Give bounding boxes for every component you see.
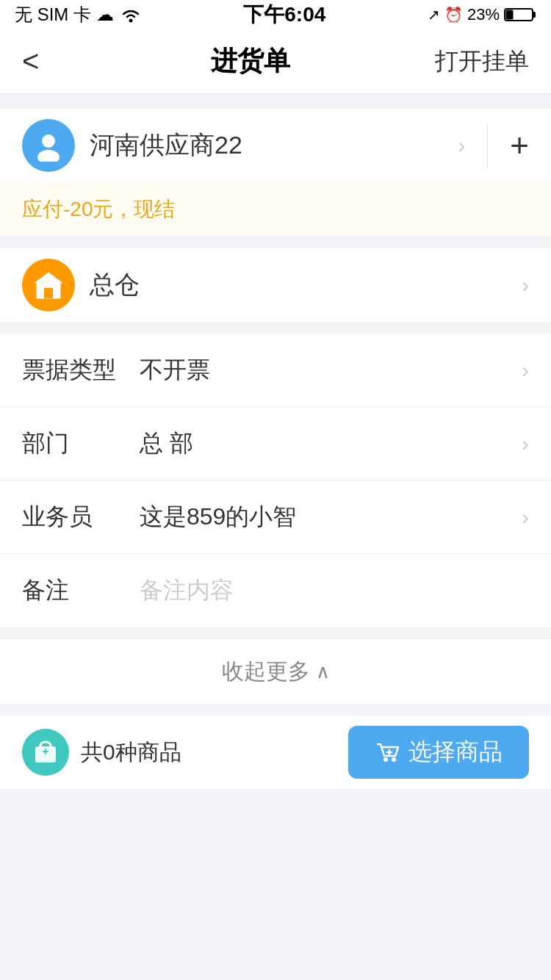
battery-icon [504,7,536,23]
warehouse-chevron-icon: › [522,273,529,298]
select-product-label: 选择商品 [408,736,503,768]
bottom-bar: 共0种商品 选择商品 [0,716,551,789]
remark-row[interactable]: 备注 备注内容 [0,554,551,627]
product-icon [22,729,69,776]
nav-bar: < 进货单 打开挂单 [0,29,551,94]
section-gap-2 [0,237,551,248]
invoice-chevron-icon: › [522,358,529,383]
cart-icon [375,741,401,763]
dept-label: 部门 [22,428,132,460]
collapse-label: 收起更多 [222,657,310,687]
status-time: 下午6:04 [243,1,325,29]
warehouse-name: 总仓 [90,268,522,302]
svg-rect-2 [533,12,536,18]
invoice-type-row[interactable]: 票据类型 不开票 › [0,334,551,407]
page-title: 进货单 [211,43,290,79]
warehouse-icon [22,259,75,311]
alarm-icon: ⏰ [444,6,463,24]
status-left: 无 SIM 卡 ☁ [15,3,142,26]
svg-point-13 [392,757,396,762]
supplier-row[interactable]: 河南供应商22 › + [0,109,551,182]
add-supplier-icon[interactable]: + [510,127,529,164]
svg-rect-11 [45,749,46,754]
invoice-label: 票据类型 [22,354,132,386]
warehouse-row[interactable]: 总仓 › [0,248,551,322]
collapse-arrow-icon: ∧ [316,660,330,683]
remark-input[interactable]: 备注内容 [132,574,529,607]
section-gap-1 [0,94,551,109]
collapse-button[interactable]: 收起更多 ∧ [0,639,551,704]
department-row[interactable]: 部门 总 部 › [0,407,551,480]
sales-chevron-icon: › [522,505,529,530]
remark-label: 备注 [22,574,132,607]
svg-rect-7 [44,288,53,298]
select-product-button[interactable]: 选择商品 [348,726,529,779]
notice-bar: 应付-20元，现结 [0,182,551,237]
supplier-card: 河南供应商22 › + 应付-20元，现结 [0,109,551,237]
back-button[interactable]: < [22,45,66,78]
form-section: 票据类型 不开票 › 部门 总 部 › 业务员 这是859的小智 › 备注 备注… [0,334,551,627]
wifi-icon [120,7,142,23]
svg-rect-3 [505,10,513,20]
sales-value: 这是859的小智 [132,501,514,533]
sim-label: 无 SIM 卡 ☁ [15,3,114,26]
location-icon: ↗ [428,6,440,24]
salesperson-row[interactable]: 业务员 这是859的小智 › [0,480,551,554]
open-pending-button[interactable]: 打开挂单 [435,46,529,78]
supplier-name: 河南供应商22 [90,129,458,162]
dept-value: 总 部 [132,428,514,460]
product-count-label: 共0种商品 [81,738,348,768]
invoice-value: 不开票 [132,354,514,386]
supplier-actions: › + [458,123,529,167]
svg-point-0 [129,19,132,23]
supplier-chevron-icon: › [458,133,465,158]
dept-chevron-icon: › [522,431,529,456]
svg-point-5 [37,150,60,162]
sales-label: 业务员 [22,501,132,533]
warehouse-card[interactable]: 总仓 › [0,248,551,322]
status-right: ↗ ⏰ 23% [428,5,536,24]
vertical-divider [487,123,488,167]
supplier-avatar [22,119,75,172]
status-bar: 无 SIM 卡 ☁ 下午6:04 ↗ ⏰ 23% [0,0,551,29]
svg-point-4 [42,134,55,148]
svg-point-12 [383,757,388,762]
battery-label: 23% [467,5,500,24]
